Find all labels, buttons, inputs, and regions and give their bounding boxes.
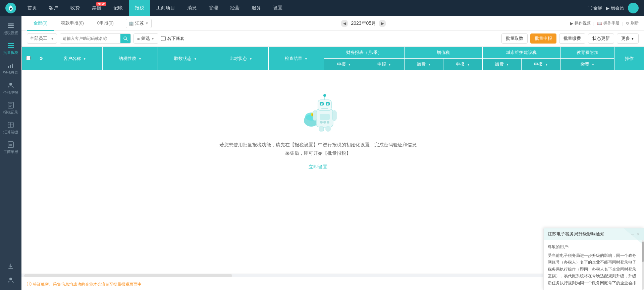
notification-title: 江苏电子税务局升级影响通知 xyxy=(548,231,604,237)
notification-minimize-icon[interactable]: – xyxy=(631,231,634,237)
nav-customer[interactable]: 客户 xyxy=(43,0,64,16)
sidebar-item-tax-summary[interactable]: 报税总览 xyxy=(0,58,21,78)
sidebar-item-personal-tax[interactable]: 个税申报 xyxy=(0,78,21,98)
refresh-button[interactable]: ↻ 刷新 xyxy=(626,20,639,26)
sidebar-label-tax-summary: 报税总览 xyxy=(3,70,18,75)
filter-button[interactable]: ≡ 筛选 ▼ xyxy=(133,33,158,44)
name-account-label: 名下账套 xyxy=(167,35,184,42)
province-selector[interactable]: 🏢 江苏 ▼ xyxy=(126,19,152,28)
sidebar-download[interactable] xyxy=(0,259,21,273)
operation-manual-button[interactable]: 📖 操作手册 xyxy=(597,20,620,26)
reconcile-icon xyxy=(7,121,14,129)
tax-summary-icon xyxy=(7,62,14,69)
vip-button[interactable]: ▶ 畅会员 xyxy=(606,5,624,11)
svg-rect-39 xyxy=(313,111,317,121)
tab-all[interactable]: 全部(0) xyxy=(27,16,54,31)
nav-manage[interactable]: 管理 xyxy=(203,0,224,16)
city-pay-sort: ▼ xyxy=(506,63,509,66)
th-customer-name: 客户名称 ▼ xyxy=(47,47,103,70)
sidebar-label-reconcile: 汇算清缴 xyxy=(3,130,18,134)
sidebar-label-tax-record: 报税记录 xyxy=(3,110,18,115)
nav-tax[interactable]: 报税 xyxy=(129,0,150,16)
manual-icon: 📖 xyxy=(597,21,602,26)
user-avatar[interactable] xyxy=(628,3,639,13)
top-nav-right: ⛶ 全屏 ▶ 畅会员 xyxy=(588,3,644,13)
nav-message[interactable]: 消息 xyxy=(181,0,203,16)
select-all-checkbox[interactable] xyxy=(26,56,31,60)
download-icon xyxy=(7,263,14,270)
vip-icon: ▶ xyxy=(606,6,609,11)
tab-zero-declaration[interactable]: 0申报(0) xyxy=(91,16,120,31)
nav-service[interactable]: 服务 xyxy=(246,0,267,16)
employee-selector[interactable]: 全部员工 ▼ xyxy=(27,33,57,44)
sidebar-item-annual-report[interactable]: 工商年报 xyxy=(0,138,21,157)
nav-home[interactable]: 首页 xyxy=(21,0,43,16)
more-icon: ▼ xyxy=(631,37,634,41)
svg-rect-8 xyxy=(10,65,11,68)
nav-accounting[interactable]: 记账 xyxy=(107,0,129,16)
sidebar-item-reconcile[interactable]: 汇算清缴 xyxy=(0,118,21,138)
app-logo[interactable] xyxy=(5,3,16,13)
tab-actions: ▶ 操作视频 | 📖 操作手册 | ↻ 刷新 xyxy=(570,20,639,26)
nav-business[interactable]: 工商项目 xyxy=(150,0,181,16)
th-city-construction-tax: 城市维护建设税 xyxy=(482,47,560,59)
name-account-checkbox[interactable]: 名下账套 xyxy=(161,35,184,42)
name-account-checkbox-input[interactable] xyxy=(161,36,166,41)
th-check-result: 检查结果 ▼ xyxy=(269,47,324,70)
bulk-declare-button[interactable]: 批量申报 xyxy=(530,33,556,44)
sidebar-item-tax-record[interactable]: 报税记录 xyxy=(0,98,21,118)
nav-settings[interactable]: 设置 xyxy=(267,0,288,16)
sidebar-user[interactable] xyxy=(0,273,21,287)
tax-record-icon xyxy=(7,101,14,109)
empty-message: 若您想使用批量报税功能，请先在【报税设置】中进行报税的初始化设置，完成密码验证和… xyxy=(217,141,419,157)
prev-month-button[interactable]: ◀ xyxy=(341,20,348,27)
bulk-pay-button[interactable]: 批量缴费 xyxy=(559,33,585,44)
employee-selector-label: 全部员工 xyxy=(30,35,47,42)
fullscreen-button[interactable]: ⛶ 全屏 xyxy=(588,5,602,11)
svg-rect-7 xyxy=(8,66,9,68)
sidebar-item-tax-settings[interactable]: 报税设置 xyxy=(0,19,21,39)
data-table: ⚙ 客户名称 ▼ 纳税性质 ▼ 取数状态 ▼ xyxy=(21,47,644,184)
sidebar-item-bulk-tax[interactable]: 批量报税 xyxy=(0,39,21,58)
svg-rect-1 xyxy=(8,23,14,24)
status-update-button[interactable]: 状态更新 xyxy=(588,33,614,44)
tab-tax-declaration[interactable]: 税款申报(0) xyxy=(54,16,91,31)
search-input[interactable] xyxy=(60,36,120,41)
svg-rect-5 xyxy=(8,45,14,46)
th-vat-pay: 缴费 ▼ xyxy=(404,59,443,70)
horizontal-scrollbar[interactable] xyxy=(24,274,232,277)
svg-point-0 xyxy=(10,8,12,10)
vat-pay-sort: ▼ xyxy=(428,63,431,66)
tax-nature-sort-icon: ▼ xyxy=(139,57,142,61)
sidebar-user-icon xyxy=(7,277,14,284)
personal-tax-icon xyxy=(7,82,14,89)
svg-point-31 xyxy=(323,94,326,97)
svg-point-42 xyxy=(320,121,323,124)
table-header: ⚙ 客户名称 ▼ 纳税性质 ▼ 取数状态 ▼ xyxy=(22,47,644,70)
column-settings-icon[interactable]: ⚙ xyxy=(39,56,43,61)
tax-settings-icon xyxy=(7,22,14,29)
warning-icon: ⓘ xyxy=(27,281,32,287)
setup-link[interactable]: 立即设置 xyxy=(309,164,327,170)
video-icon: ▶ xyxy=(570,21,573,26)
svg-rect-45 xyxy=(319,127,324,131)
nav-invoice[interactable]: 票据 NEW xyxy=(86,0,107,16)
notification-close-button[interactable]: × xyxy=(637,231,640,237)
nav-items: 首页 客户 收费 票据 NEW 记账 报税 工商项目 消息 管理 经营 服务 设… xyxy=(21,0,588,16)
logo-area xyxy=(0,0,21,16)
more-button[interactable]: 更多 ▼ xyxy=(617,33,639,44)
table-body: $ xyxy=(22,70,644,184)
tab-bar: 全部(0) 税款申报(0) 0申报(0) 🏢 江苏 ▼ ◀ 2023年05月 ▶… xyxy=(21,16,644,31)
next-month-button[interactable]: ▶ xyxy=(379,20,386,27)
svg-rect-38 xyxy=(321,108,328,109)
nav-operation[interactable]: 经营 xyxy=(224,0,246,16)
th-vat: 增值税 xyxy=(404,47,482,59)
search-button[interactable] xyxy=(120,33,130,44)
customer-name-sort-icon: ▼ xyxy=(83,57,86,61)
operation-video-button[interactable]: ▶ 操作视频 xyxy=(570,20,591,26)
bulk-fetch-button[interactable]: 批量取数 xyxy=(501,33,528,44)
robot-illustration: $ xyxy=(296,90,340,134)
sidebar-label-personal-tax: 个税申报 xyxy=(3,90,18,95)
nav-billing[interactable]: 收费 xyxy=(64,0,86,16)
notification-scrollbar-thumb[interactable] xyxy=(642,242,644,262)
